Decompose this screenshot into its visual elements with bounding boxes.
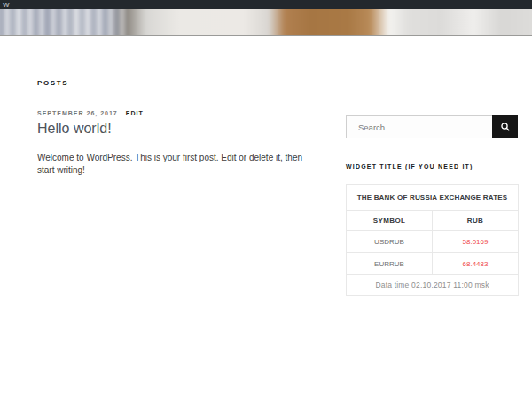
header-photo-blinds — [0, 9, 126, 36]
column-header-symbol: SYMBOL — [347, 217, 432, 225]
rate-symbol: EURRUB — [347, 260, 432, 268]
post-body-text: Welcome to WordPress. This is your first… — [37, 152, 314, 176]
site-header-image — [0, 9, 532, 36]
widget-title: WIDGET TITLE (IF YOU NEED IT) — [346, 163, 473, 170]
rate-value: 58.0169 — [432, 231, 518, 252]
exchange-rates-table: THE BANK OF RUSSIA EXCHANGE RATES SYMBOL… — [346, 184, 519, 296]
wp-admin-bar: W — [0, 0, 532, 9]
rates-table-header-row: SYMBOL RUB — [347, 210, 518, 230]
column-header-rub: RUB — [432, 211, 518, 230]
search-icon — [500, 122, 511, 132]
table-row: EURRUB 68.4483 — [347, 252, 518, 274]
post-date: SEPTEMBER 26, 2017 — [37, 110, 118, 116]
post-title-link[interactable]: Hello world! — [37, 121, 112, 137]
post-meta: SEPTEMBER 26, 2017 EDIT — [37, 110, 144, 116]
rates-table-footer: Data time 02.10.2017 11:00 msk — [347, 274, 518, 295]
rate-value: 68.4483 — [432, 253, 518, 274]
search-input[interactable] — [347, 116, 492, 138]
search-form — [346, 115, 518, 138]
wordpress-logo-icon[interactable]: W — [3, 1, 10, 9]
posts-section-heading: POSTS — [37, 79, 68, 87]
rate-symbol: USDRUB — [347, 238, 432, 246]
table-row: USDRUB 58.0169 — [347, 230, 518, 252]
rates-table-title: THE BANK OF RUSSIA EXCHANGE RATES — [347, 185, 518, 210]
search-button[interactable] — [492, 115, 518, 138]
post-edit-link[interactable]: EDIT — [126, 110, 144, 116]
